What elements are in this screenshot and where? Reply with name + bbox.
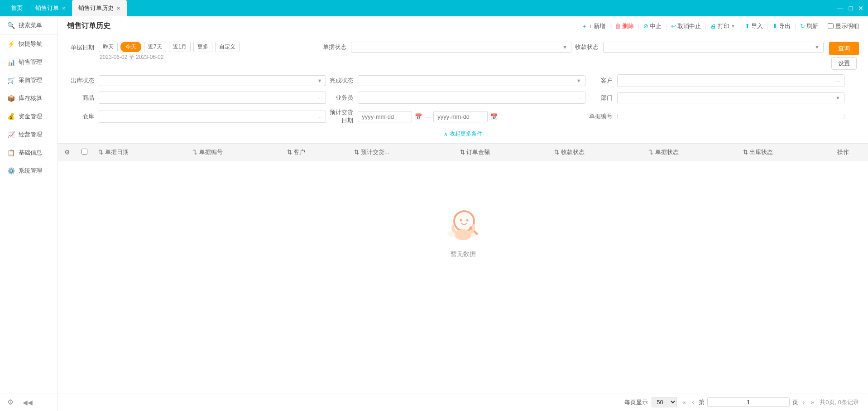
date-today-btn[interactable]: 今天: [120, 42, 141, 52]
toolbar-divider4: [705, 23, 706, 30]
date-more-btn[interactable]: 更多: [193, 42, 212, 52]
delete-btn[interactable]: 🗑 删除: [615, 22, 634, 30]
salesperson-input[interactable]: ···: [358, 92, 585, 104]
salesperson-label: 业务员: [326, 94, 358, 102]
display-detail-checkbox-label[interactable]: 显示明细: [828, 22, 859, 30]
department-label: 部门: [585, 94, 617, 102]
setting-btn[interactable]: 设置: [831, 57, 857, 70]
col-order-status[interactable]: ⇅ 单据状态: [643, 144, 737, 161]
date-from-input[interactable]: [358, 111, 412, 122]
col-customer[interactable]: ⇅ 客户: [282, 144, 349, 161]
customer-dots[interactable]: ···: [835, 77, 840, 84]
first-page-btn[interactable]: «: [681, 398, 687, 406]
calendar-to-icon[interactable]: 📅: [490, 113, 498, 120]
col-payment-status[interactable]: ⇅ 收款状态: [549, 144, 643, 161]
page-nav: « ‹ 第 页 › »: [681, 397, 816, 407]
table-footer: 每页显示 50 100 200 « ‹ 第 页 › » 共0页, 0条记录: [58, 393, 868, 411]
stop-btn[interactable]: ⊘ 中止: [643, 22, 662, 30]
sidebar-collapse-icon[interactable]: ◀◀: [23, 399, 33, 406]
sidebar-item-purchase-mgmt[interactable]: 🛒 采购管理: [0, 71, 58, 89]
col-date[interactable]: ⇅ 单据日期: [93, 144, 187, 161]
stop-icon: ⊘: [643, 23, 648, 29]
customer-group: 客户 ···: [585, 74, 844, 87]
refresh-icon: ↻: [800, 23, 805, 29]
col-delivery-status[interactable]: ⇅ 出库状态: [738, 144, 832, 161]
product-dots[interactable]: ···: [317, 94, 322, 101]
plus-icon: ＋: [581, 22, 587, 30]
filter-row-2: 出库状态 ▼ 完成状态 ▼ 客户: [67, 74, 859, 87]
print-btn[interactable]: 🖨 打印 ▼: [710, 22, 735, 30]
query-btn[interactable]: 查询: [829, 42, 859, 55]
empty-text: 暂无数据: [451, 250, 476, 258]
toolbar-divider2: [638, 23, 639, 30]
payment-status-select[interactable]: ▼: [603, 42, 824, 53]
calendar-from-icon[interactable]: 📅: [415, 113, 422, 120]
sidebar-item-basic-info[interactable]: 📋 基础信息: [0, 144, 58, 162]
delivery-status-select[interactable]: ▼: [99, 75, 326, 86]
minimize-btn[interactable]: —: [837, 5, 844, 12]
warehouse-dots[interactable]: ···: [317, 113, 322, 120]
date-7days-btn[interactable]: 近7天: [144, 42, 166, 52]
import-btn[interactable]: ⬆ 导入: [745, 22, 763, 30]
prev-page-btn[interactable]: ‹: [690, 398, 695, 406]
operations-icon: 📈: [7, 131, 15, 138]
select-all-checkbox[interactable]: [82, 149, 87, 155]
purchase-mgmt-icon: 🛒: [7, 77, 15, 84]
col-date-label: ⇅ 单据日期: [98, 149, 129, 155]
department-group: 部门 ▼: [585, 92, 844, 103]
inventory-icon: 📦: [7, 95, 15, 102]
last-page-btn[interactable]: »: [809, 398, 816, 406]
sidebar-settings-icon[interactable]: ⚙: [7, 398, 14, 406]
settings-col[interactable]: ⚙: [58, 144, 76, 161]
completion-status-select[interactable]: ▼: [358, 75, 585, 86]
date-yesterday-btn[interactable]: 昨天: [99, 42, 118, 52]
sidebar-item-sales-mgmt[interactable]: 📊 销售管理: [0, 53, 58, 71]
refresh-btn[interactable]: ↻ 刷新: [800, 22, 818, 30]
tab-close-history[interactable]: ✕: [116, 5, 120, 11]
department-select[interactable]: ▼: [617, 92, 844, 103]
check-col[interactable]: [76, 144, 93, 161]
sidebar-item-finance[interactable]: 💰 资金管理: [0, 107, 58, 126]
col-expected-delivery[interactable]: ⇅ 预计交货...: [349, 144, 454, 161]
warehouse-input[interactable]: ···: [99, 111, 326, 123]
date-1month-btn[interactable]: 近1月: [169, 42, 191, 52]
cancel-stop-btn[interactable]: ↩ 取消中止: [671, 22, 701, 30]
sidebar-item-search-menu[interactable]: 🔍 搜索菜单: [0, 16, 58, 35]
toolbar-divider8: [823, 23, 823, 30]
salesperson-dots[interactable]: ···: [576, 94, 581, 101]
date-custom-btn[interactable]: 自定义: [215, 42, 240, 52]
display-detail-checkbox[interactable]: [828, 23, 834, 29]
empty-content: 暂无数据: [58, 198, 868, 258]
col-delivery-status-label: ⇅ 出库状态: [743, 149, 773, 155]
delivery-chevron: ▼: [317, 78, 322, 83]
col-amount[interactable]: ⇅ 订单金额: [455, 144, 549, 161]
tab-close-sales-order[interactable]: ✕: [62, 5, 66, 11]
product-input[interactable]: ···: [99, 92, 326, 104]
new-btn[interactable]: ＋ + 新增: [581, 22, 605, 30]
tab-home[interactable]: 首页: [5, 0, 29, 16]
window-controls: — □ ✕: [837, 5, 863, 12]
page-suffix: 页: [792, 398, 798, 406]
per-page-select[interactable]: 50 100 200: [652, 397, 677, 407]
collapse-row[interactable]: ∧ 收起更多条件: [67, 128, 859, 140]
sidebar-item-quick-nav[interactable]: ⚡ 快捷导航: [0, 35, 58, 53]
col-number[interactable]: ⇅ 单据编号: [187, 144, 281, 161]
date-controls: 昨天 今天 近7天 近1月 更多 自定义 2023-06-02 至 2023-0…: [99, 42, 240, 61]
col-operation-label: 操作: [837, 149, 849, 155]
next-page-btn[interactable]: ›: [801, 398, 806, 406]
sidebar-item-system[interactable]: ⚙️ 系统管理: [0, 162, 58, 180]
sidebar-item-inventory[interactable]: 📦 库存核算: [0, 89, 58, 107]
page-number-input[interactable]: [707, 397, 790, 407]
export-btn[interactable]: ⬇ 导出: [772, 22, 791, 30]
product-group: 商品 ···: [67, 92, 326, 104]
date-to-input[interactable]: [433, 111, 488, 122]
order-number-input[interactable]: [617, 114, 844, 119]
sidebar-item-operations[interactable]: 📈 经营管理: [0, 126, 58, 144]
order-status-select[interactable]: ▼: [351, 42, 571, 53]
tab-sales-order-history[interactable]: 销售订单历史 ✕: [72, 0, 127, 16]
delete-icon: 🗑: [615, 23, 621, 29]
maximize-btn[interactable]: □: [849, 5, 853, 12]
customer-input[interactable]: ···: [617, 74, 844, 87]
tab-sales-order[interactable]: 销售订单 ✕: [29, 0, 72, 16]
close-btn[interactable]: ✕: [858, 5, 863, 12]
